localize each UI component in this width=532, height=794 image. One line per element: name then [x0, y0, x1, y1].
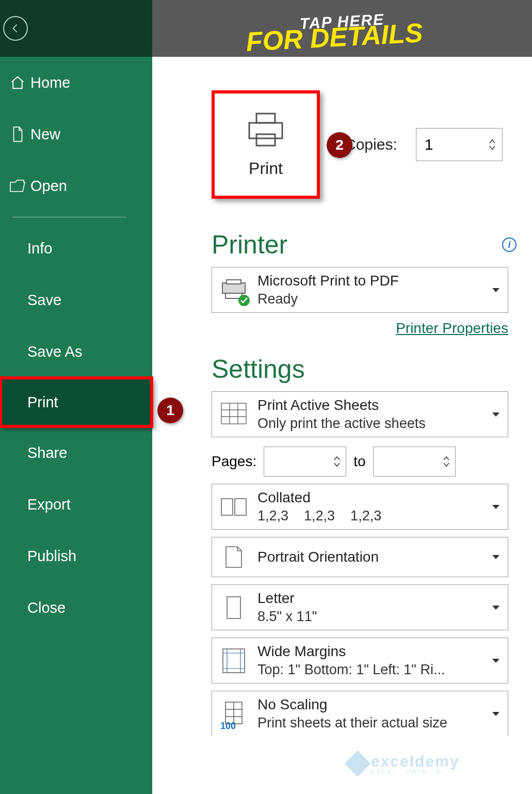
nav-open[interactable]: Open: [0, 160, 152, 212]
nav-label: Close: [27, 599, 66, 616]
main-panel: TAP HERE For Details Print Copies: 1: [152, 0, 532, 794]
nav-print[interactable]: Print: [0, 377, 152, 427]
chevron-down-icon: [491, 411, 501, 418]
nav-save[interactable]: Save: [0, 274, 152, 326]
sidebar-nav: Home New Open Info Save Save As Print Sh…: [0, 57, 152, 633]
titlebar: TAP HERE For Details: [152, 0, 532, 57]
spinner-up-icon[interactable]: [443, 456, 450, 461]
margins-icon: [219, 646, 248, 675]
section-printer-label: Printer: [212, 230, 287, 260]
setting-title: Wide Margins: [257, 643, 482, 660]
nav-export[interactable]: Export: [0, 479, 152, 530]
chevron-down-icon: [491, 287, 501, 293]
setting-paper-size[interactable]: Letter 8.5" x 11": [212, 584, 508, 630]
setting-scaling[interactable]: 100 No Scaling Print sheets at their act…: [212, 691, 508, 736]
setting-subtitle: Top: 1" Bottom: 1" Left: 1" Ri...: [257, 662, 482, 678]
setting-collation[interactable]: Collated 1,2,3 1,2,3 1,2,3: [212, 484, 508, 530]
section-printer: Printer i: [212, 230, 517, 260]
svg-rect-1: [249, 123, 282, 138]
new-file-icon: [8, 126, 27, 142]
printer-properties-link[interactable]: Printer Properties: [396, 320, 508, 336]
setting-title: No Scaling: [257, 696, 482, 713]
chevron-down-icon: [491, 504, 501, 510]
print-row: Print Copies: 1: [212, 90, 517, 199]
nav-close[interactable]: Close: [0, 582, 152, 633]
printer-dropdown[interactable]: Microsoft Print to PDF Ready: [212, 267, 508, 313]
nav-divider: [12, 217, 126, 217]
back-arrow-icon: [10, 23, 21, 34]
nav-label: Home: [30, 74, 70, 91]
pages-label: Pages:: [212, 453, 256, 470]
nav-home[interactable]: Home: [0, 57, 152, 108]
svg-rect-15: [223, 649, 245, 673]
copies-value: 1: [425, 136, 433, 153]
backstage-sidebar: Home New Open Info Save Save As Print Sh…: [0, 0, 152, 794]
spinner-down-icon[interactable]: [489, 145, 496, 150]
back-button[interactable]: [3, 16, 28, 41]
overlay-details: For Details: [246, 17, 424, 57]
spinner-down-icon[interactable]: [333, 462, 341, 467]
chevron-down-icon: [491, 711, 501, 717]
svg-rect-2: [256, 134, 275, 146]
sidebar-top: [0, 0, 152, 57]
pages-from-input[interactable]: [264, 447, 346, 477]
printer-icon: [245, 112, 286, 148]
print-button[interactable]: Print: [212, 90, 320, 199]
info-icon[interactable]: i: [502, 237, 517, 252]
pages-to-label: to: [353, 453, 365, 470]
section-settings: Settings: [212, 354, 517, 384]
section-settings-label: Settings: [212, 354, 305, 384]
setting-margins[interactable]: Wide Margins Top: 1" Bottom: 1" Left: 1"…: [212, 638, 508, 684]
copies-spinner[interactable]: [489, 139, 496, 150]
nav-share[interactable]: Share: [0, 427, 152, 479]
printer-name: Microsoft Print to PDF: [257, 273, 482, 289]
nav-label: Export: [27, 496, 71, 513]
svg-rect-13: [235, 499, 246, 515]
setting-title: Portrait Orientation: [257, 549, 482, 565]
chevron-down-icon: [491, 658, 501, 664]
nav-label: Info: [27, 240, 52, 257]
nav-publish[interactable]: Publish: [0, 530, 152, 582]
home-icon: [8, 75, 27, 90]
svg-rect-7: [221, 403, 246, 424]
svg-rect-14: [227, 597, 240, 618]
collated-icon: [219, 493, 248, 521]
nav-label: New: [30, 126, 60, 143]
setting-title: Letter: [257, 590, 482, 607]
chevron-down-icon: [491, 554, 501, 560]
portrait-icon: [219, 543, 248, 571]
nav-new[interactable]: New: [0, 108, 152, 160]
setting-subtitle: 1,2,3 1,2,3 1,2,3: [257, 508, 482, 524]
copies-input[interactable]: 1: [416, 128, 503, 161]
step-badge-1: 1: [157, 398, 183, 423]
open-folder-icon: [8, 179, 27, 193]
watermark: exceldemy EXCEL · DATA · BI: [348, 753, 459, 774]
print-button-label: Print: [249, 159, 283, 178]
setting-title: Print Active Sheets: [257, 397, 482, 414]
printer-status: Ready: [257, 291, 482, 307]
content-area: Print Copies: 1 Printer i: [152, 90, 532, 736]
spinner-down-icon[interactable]: [443, 462, 450, 467]
nav-info[interactable]: Info: [0, 223, 152, 274]
spinner-up-icon[interactable]: [333, 456, 341, 461]
setting-subtitle: Print sheets at their actual size: [257, 715, 482, 731]
spinner-up-icon[interactable]: [489, 139, 496, 144]
setting-orientation[interactable]: Portrait Orientation: [212, 537, 508, 577]
copies-label: Copies:: [345, 136, 397, 153]
setting-title: Collated: [257, 489, 482, 506]
nav-label: Open: [30, 178, 67, 195]
setting-subtitle: 8.5" x 11": [257, 609, 482, 625]
svg-rect-0: [256, 114, 275, 123]
printer-properties-row: Printer Properties: [212, 320, 508, 337]
pages-to-input[interactable]: [373, 447, 456, 477]
nav-label: Print: [27, 394, 58, 411]
page-icon: [219, 593, 248, 622]
setting-what-to-print[interactable]: Print Active Sheets Only print the activ…: [212, 391, 508, 437]
chevron-down-icon: [491, 605, 501, 611]
svg-rect-12: [221, 499, 233, 515]
step-badge-2: 2: [327, 132, 352, 158]
nav-saveas[interactable]: Save As: [0, 326, 152, 377]
scaling-icon: 100: [219, 700, 248, 728]
sheets-icon: [219, 400, 248, 429]
nav-label: Publish: [27, 548, 76, 565]
